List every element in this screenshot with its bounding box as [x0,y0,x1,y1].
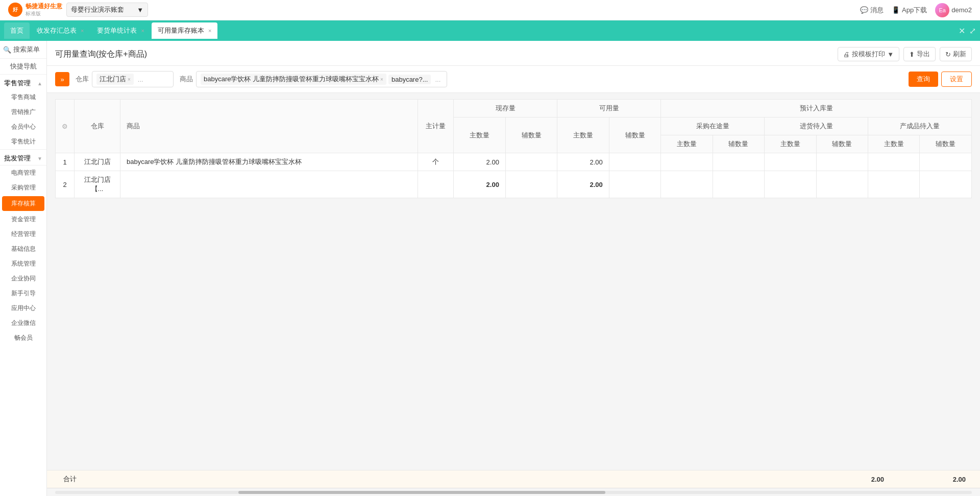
sidebar-item-purchase[interactable]: 采购管理 [0,180,46,195]
refresh-button[interactable]: ↻ 刷新 [940,47,972,61]
tenant-selector[interactable]: 母婴行业演示账套 ▼ [66,3,148,17]
message-icon: 💬 [860,6,868,14]
sidebar-item-marketing[interactable]: 营销推广 [0,105,46,120]
sidebar-item-wechat[interactable]: 企业微信 [0,316,46,330]
sidebar-section-wholesale: 批发管理 ▼ [0,150,46,166]
th-prod-pending-main: 主数量 [868,135,919,153]
sidebar-quick-nav[interactable]: 快捷导航 [0,59,46,75]
search-icon: 🔍 [3,46,11,54]
nav-close-btn[interactable]: ✕ [959,26,965,36]
th-prod-pending: 产成品待入量 [868,117,971,135]
row2-current-main: 2.00 [454,171,505,198]
row2-pur-pending-aux [816,171,868,198]
th-product: 商品 [120,100,418,153]
sidebar-item-vip[interactable]: 畅会员 [0,330,46,345]
tab-orders-close[interactable]: × [141,28,144,34]
sidebar-item-finance[interactable]: 资金管理 [0,212,46,227]
sidebar-item-enterprise[interactable]: 企业协同 [0,271,46,286]
sidebar-item-ecommerce[interactable]: 零售商城 [0,90,46,105]
message-label: 消息 [870,6,884,15]
filter-expand-btn[interactable]: » [55,72,69,86]
column-settings-icon[interactable]: ⚙ [62,123,68,130]
username-label: demo2 [951,6,972,14]
download-button[interactable]: 📱 App下载 [892,6,927,15]
print-button[interactable]: 🖨 按模板打印 ▼ [838,47,899,61]
expand-icon: » [60,76,64,83]
product-tag-1-close[interactable]: × [380,77,383,82]
row1-warehouse: 江北门店 [75,153,120,171]
row2-avail-aux [609,171,660,198]
sidebar-search-label: 搜索菜单 [13,45,40,54]
row2-product [120,171,418,198]
table-row: 2 江北门店 【... 2.00 2.00 [56,171,972,198]
scroll-track[interactable] [55,491,972,494]
export-button[interactable]: ⬆ 导出 [903,47,936,61]
top-bar-right: 💬 消息 📱 App下载 Ea demo2 [860,3,972,17]
refresh-icon: ↻ [945,51,951,58]
row2-avail-main: 2.00 [557,171,609,198]
settings-button[interactable]: 设置 [941,72,972,87]
row2-pur-transit-main [661,171,713,198]
sidebar-item-inventory[interactable]: 库存核算 [2,196,44,211]
total-values: 2.00 2.00 [157,476,972,483]
sidebar-item-system[interactable]: 系统管理 [0,256,46,271]
row1-avail-main: 2.00 [557,153,609,171]
th-pur-transit-main: 主数量 [661,135,713,153]
warehouse-more[interactable]: ... [136,76,145,83]
sidebar-section-retail-header[interactable]: 零售管理 ▲ [0,75,46,90]
export-label: 导出 [917,50,930,59]
row2-current-aux [505,171,557,198]
row2-no: 2 [56,171,75,198]
sidebar-nav-label: 快捷导航 [10,62,37,70]
message-button[interactable]: 💬 消息 [860,6,884,15]
th-settings: ⚙ [56,100,75,153]
sidebar-section-retail-label: 零售管理 [4,79,31,88]
sidebar-item-basics[interactable]: 基础信息 [0,242,46,256]
total-avail-main: 2.00 [931,476,972,483]
tab-receipts-close[interactable]: × [81,28,84,34]
product-more[interactable]: ... [433,76,443,83]
download-label: App下载 [902,6,927,15]
page-title: 可用量查询(按仓库+商品) [55,49,147,60]
data-table: ⚙ 仓库 商品 主计量 现存量 可用量 预计入库量 主数量 辅数量 主数量 辅数… [55,99,972,198]
th-pur-transit-aux: 辅数量 [713,135,764,153]
row2-pur-pending-main [765,171,816,198]
tab-home[interactable]: 首页 [4,22,30,39]
tab-orders[interactable]: 要货单统计表 × [91,22,150,39]
tab-inventory[interactable]: 可用量库存账本 × [152,22,217,39]
total-current-main: 2.00 [849,476,890,483]
brand-logo: 好 畅捷通好生意 标准版 [8,3,62,17]
sidebar-search[interactable]: 🔍 搜索菜单 [0,41,46,59]
sidebar-item-guide[interactable]: 新手引导 [0,286,46,301]
sidebar-item-operations[interactable]: 经营管理 [0,227,46,242]
tab-home-label: 首页 [10,26,23,35]
sidebar-item-apps[interactable]: 应用中心 [0,301,46,316]
product-tag-1: babycare学饮杯 儿童防摔防撞吸管杯重力球吸嘴杯宝宝水杯 × [201,74,386,85]
user-button[interactable]: Ea demo2 [935,3,972,17]
product-label: 商品 [180,75,193,84]
query-button[interactable]: 查询 [909,72,938,87]
product-input[interactable]: babycare学饮杯 儿童防摔防撞吸管杯重力球吸嘴杯宝宝水杯 × babyca… [196,71,447,87]
tab-receipts[interactable]: 收发存汇总表 × [31,22,90,39]
warehouse-tag-1-close[interactable]: × [128,77,131,82]
print-icon: 🖨 [843,51,850,58]
warehouse-filter: 仓库 江北门店 × ... [76,71,174,87]
sidebar-section-wholesale-header[interactable]: 批发管理 ▼ [0,150,46,165]
row1-current-aux [505,153,557,171]
nav-expand-btn[interactable]: ⤢ [969,26,976,36]
tab-inventory-close[interactable]: × [208,28,211,34]
content-area: 可用量查询(按仓库+商品) 🖨 按模板打印 ▼ ⬆ 导出 ↻ 刷新 [47,41,980,496]
sidebar-item-members[interactable]: 会员中心 [0,120,46,134]
warehouse-label: 仓库 [76,75,89,84]
brand-name: 畅捷通好生意 [26,3,62,10]
dropdown-icon: ▼ [137,6,143,14]
sidebar-item-retail-stats[interactable]: 零售统计 [0,134,46,149]
refresh-label: 刷新 [953,50,966,59]
row2-warehouse: 江北门店 【... [75,171,120,198]
table-footer: 合计 2.00 2.00 [47,470,980,488]
warehouse-tag-1-label: 江北门店 [100,75,126,84]
th-warehouse: 仓库 [75,100,120,153]
row2-pur-transit-aux [713,171,764,198]
sidebar-item-ecom-mgmt[interactable]: 电商管理 [0,166,46,180]
warehouse-input[interactable]: 江北门店 × ... [92,71,174,87]
